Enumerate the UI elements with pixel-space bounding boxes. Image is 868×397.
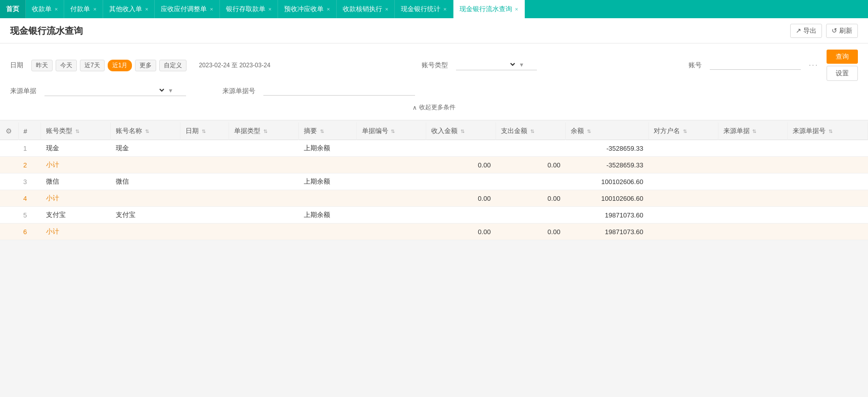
row-balance: 19871073.60 bbox=[565, 207, 648, 224]
col-doc-no[interactable]: 单据编号 ⇅ bbox=[356, 122, 426, 140]
export-icon: ↗ bbox=[796, 27, 801, 34]
row-settings bbox=[0, 224, 18, 240]
row-doc-type bbox=[229, 190, 299, 207]
close-icon[interactable]: × bbox=[268, 6, 271, 12]
filter-row-source: 来源单据 ▼ 来源单据号 bbox=[10, 86, 858, 96]
row-expense bbox=[496, 173, 566, 190]
row-num: 4 bbox=[18, 190, 41, 207]
top-nav: 首页 收款单 × 付款单 × 其他收入单 × 应收应付调整单 × 银行存取款单 … bbox=[0, 0, 868, 18]
row-doc-no bbox=[356, 173, 426, 190]
date-btn-more[interactable]: 更多 bbox=[135, 60, 156, 71]
row-summary bbox=[299, 224, 357, 240]
source-doc-num-label: 来源单据号 bbox=[222, 86, 255, 96]
nav-item-cash-flow[interactable]: 现金银行流水查询 × bbox=[453, 0, 525, 18]
col-account-type[interactable]: 账号类型 ⇅ bbox=[41, 122, 111, 140]
nav-label-ar-ap-adjust: 应收应付调整单 bbox=[161, 5, 207, 14]
nav-item-other-income[interactable]: 其他收入单 × bbox=[103, 0, 155, 18]
row-account-name: 微信 bbox=[111, 173, 180, 190]
row-income: 0.00 bbox=[426, 190, 496, 207]
date-btn-today[interactable]: 今天 bbox=[56, 60, 77, 71]
settings-button[interactable]: 设置 bbox=[827, 66, 858, 81]
table-body: 1 现金 现金 上期余额 -3528659.33 2 小计 0.00 0.00 … bbox=[0, 140, 868, 240]
row-doc-no bbox=[356, 157, 426, 173]
row-expense: 0.00 bbox=[496, 224, 566, 240]
close-icon[interactable]: × bbox=[327, 6, 330, 12]
gear-icon[interactable]: ⚙ bbox=[6, 127, 12, 135]
row-account-type: 微信 bbox=[41, 173, 111, 190]
sort-icon: ⇅ bbox=[320, 128, 324, 134]
nav-item-bank-deposit[interactable]: 银行存取款单 × bbox=[220, 0, 278, 18]
col-num: # bbox=[18, 122, 41, 140]
date-btn-custom[interactable]: 自定义 bbox=[159, 60, 187, 71]
col-date[interactable]: 日期 ⇅ bbox=[180, 122, 229, 140]
query-button[interactable]: 查询 bbox=[827, 50, 858, 64]
row-counterpart bbox=[648, 224, 718, 240]
chevron-down-icon: ▼ bbox=[519, 62, 524, 68]
col-account-name[interactable]: 账号名称 ⇅ bbox=[111, 122, 180, 140]
refresh-icon: ↺ bbox=[832, 27, 837, 34]
date-btn-1month[interactable]: 近1月 bbox=[108, 60, 132, 71]
row-date bbox=[180, 224, 229, 240]
chevron-down-icon: ▼ bbox=[168, 87, 173, 94]
close-icon[interactable]: × bbox=[443, 6, 446, 12]
col-source-doc-no[interactable]: 来源单据号 ⇅ bbox=[788, 122, 868, 140]
row-source-doc bbox=[718, 190, 788, 207]
date-btn-yesterday[interactable]: 昨天 bbox=[31, 60, 53, 71]
row-num: 3 bbox=[18, 173, 41, 190]
sort-icon: ⇅ bbox=[145, 128, 149, 134]
row-expense bbox=[496, 140, 566, 157]
nav-item-ar-ap-adjust[interactable]: 应收应付调整单 × bbox=[155, 0, 219, 18]
export-button[interactable]: ↗ 导出 bbox=[790, 24, 822, 38]
col-summary[interactable]: 摘要 ⇅ bbox=[299, 122, 357, 140]
nav-item-home[interactable]: 首页 bbox=[0, 0, 26, 18]
date-range: 2023-02-24 至 2023-03-24 bbox=[199, 61, 270, 70]
source-doc-select[interactable] bbox=[44, 86, 166, 95]
collapse-bar[interactable]: ∧ 收起更多条件 bbox=[10, 101, 858, 114]
more-dots-icon[interactable]: ··· bbox=[809, 61, 818, 70]
row-doc-type bbox=[229, 207, 299, 224]
nav-item-receipts[interactable]: 收款单 × bbox=[26, 0, 64, 18]
close-icon[interactable]: × bbox=[93, 6, 96, 12]
col-doc-type[interactable]: 单据类型 ⇅ bbox=[229, 122, 299, 140]
row-counterpart bbox=[648, 157, 718, 173]
col-balance[interactable]: 余额 ⇅ bbox=[565, 122, 648, 140]
close-icon[interactable]: × bbox=[145, 6, 148, 12]
row-account-type: 现金 bbox=[41, 140, 111, 157]
row-account-name: 现金 bbox=[111, 140, 180, 157]
row-source-doc-no bbox=[788, 190, 868, 207]
sort-icon: ⇅ bbox=[530, 128, 534, 134]
nav-item-cash-stat[interactable]: 现金银行统计 × bbox=[395, 0, 453, 18]
sort-icon: ⇅ bbox=[263, 128, 267, 134]
date-label: 日期 bbox=[10, 61, 23, 70]
sort-icon: ⇅ bbox=[391, 128, 395, 134]
account-type-select[interactable] bbox=[456, 60, 517, 69]
row-date bbox=[180, 190, 229, 207]
nav-item-receipt-verify[interactable]: 收款核销执行 × bbox=[337, 0, 395, 18]
row-balance: 100102606.60 bbox=[565, 173, 648, 190]
nav-item-prepay-offset[interactable]: 预收冲应收单 × bbox=[278, 0, 336, 18]
col-counterpart[interactable]: 对方户名 ⇅ bbox=[648, 122, 718, 140]
refresh-button[interactable]: ↺ 刷新 bbox=[826, 24, 858, 38]
nav-item-payments[interactable]: 付款单 × bbox=[64, 0, 103, 18]
close-icon[interactable]: × bbox=[515, 6, 518, 12]
nav-label-bank-deposit: 银行存取款单 bbox=[226, 5, 265, 14]
sort-icon: ⇅ bbox=[587, 128, 591, 134]
nav-label-home: 首页 bbox=[6, 5, 19, 14]
table-row: 5 支付宝 支付宝 上期余额 19871073.60 bbox=[0, 207, 868, 224]
nav-label-cash-stat: 现金银行统计 bbox=[401, 5, 440, 14]
close-icon[interactable]: × bbox=[210, 6, 213, 12]
table-row: 4 小计 0.00 0.00 100102606.60 bbox=[0, 190, 868, 207]
col-source-doc[interactable]: 来源单据 ⇅ bbox=[718, 122, 788, 140]
account-input[interactable] bbox=[710, 61, 801, 68]
nav-label-other-income: 其他收入单 bbox=[109, 5, 142, 14]
row-summary: 上期余额 bbox=[299, 140, 357, 157]
row-doc-no bbox=[356, 207, 426, 224]
col-expense[interactable]: 支出金额 ⇅ bbox=[496, 122, 566, 140]
col-income[interactable]: 收入金额 ⇅ bbox=[426, 122, 496, 140]
close-icon[interactable]: × bbox=[385, 6, 388, 12]
row-summary bbox=[299, 157, 357, 173]
date-btn-7days[interactable]: 近7天 bbox=[80, 60, 105, 71]
sort-icon: ⇅ bbox=[75, 128, 79, 134]
close-icon[interactable]: × bbox=[55, 6, 58, 12]
source-doc-num-input[interactable] bbox=[263, 86, 415, 94]
